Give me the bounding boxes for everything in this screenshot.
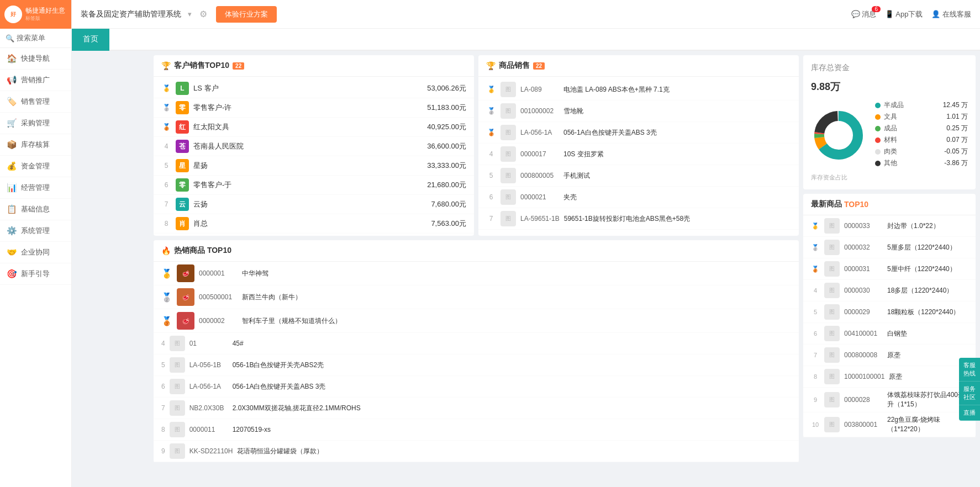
customer-amount: 21,680.00元: [427, 180, 466, 190]
sidebar-item-sales[interactable]: 🏷️ 销售管理: [0, 91, 71, 113]
app-icon: 📱: [885, 10, 894, 18]
donut-legend: 半成品 12.45 万 文具 1.01 万 成品 0.25 万: [875, 100, 968, 170]
main-area: 装备及固定资产辅助管理系统 ▾ ⚙ 体验行业方案 💬 消息 6 📱 App下载 …: [72, 0, 980, 487]
rank-num: 🥇: [161, 84, 171, 92]
customer-name: 零售客户-于: [193, 180, 423, 190]
sidebar: 好 畅捷通好生意 标签版 🔍 搜索菜单 🏠 快捷导航 📢 营销推广 🏷️ 销售管…: [0, 0, 72, 487]
table-row: 🥇 L LS 客户 53,006.26元: [154, 79, 474, 98]
basics-icon: 📋: [7, 204, 17, 214]
sidebar-item-inventory[interactable]: 📦 库存核算: [0, 134, 71, 156]
table-row: 🥇 图 LA-089 电池盖 LA-089 ABS本色+黑种 7.1克: [478, 79, 799, 100]
product-name: 18颗粒板（1220*2440）: [887, 308, 968, 317]
collab-icon: 🤝: [7, 247, 17, 257]
nav-tabs: 首页: [72, 29, 980, 51]
product-rank-list: 🥇 图 LA-089 电池盖 LA-089 ABS本色+黑种 7.1克 🥈 图 …: [478, 77, 799, 232]
rank-num: 🥈: [811, 244, 820, 251]
rank-num: 8: [161, 220, 171, 227]
inventory-value: 9.88: [811, 81, 830, 92]
sidebar-item-guide[interactable]: 🎯 新手引导: [0, 263, 71, 285]
legend-row: 肉类 -0.05 万: [875, 147, 968, 156]
tab-home[interactable]: 首页: [72, 29, 109, 51]
product-name: 59651-1B旋转投影灯电池盒ABS黑色+58壳: [564, 214, 791, 224]
table-row: 4 图 0000030 18多层（1220*2440）: [803, 280, 976, 301]
fire-icon: 🔥: [161, 246, 171, 255]
table-row: 8 图 0000011 12070519-xs: [154, 419, 799, 441]
newest-products-card: 最新商品 TOP10 🥇 图 0000033 封边带（1.0*22） 🥈 图 0…: [803, 194, 976, 437]
sidebar-item-system[interactable]: ⚙️ 系统管理: [0, 220, 71, 242]
table-row: 5 星 星扬 33,333.00元: [154, 156, 474, 176]
rank-num: 6: [161, 383, 165, 390]
product-ranking-header: 🏆 商品销售 22: [478, 55, 799, 77]
product-name: 花语萌恒温分罐罐袋（厚款）: [237, 447, 791, 456]
customer-amount: 7,680.00元: [431, 199, 466, 209]
operations-icon: 📊: [7, 183, 17, 193]
legend-value: -3.86 万: [944, 158, 968, 168]
table-row: 6 图 0000021 夹壳: [478, 187, 799, 208]
product-name: 22g鱼豆腐-烧烤味（1*12*20）: [887, 415, 968, 434]
customer-amount: 33,333.00元: [427, 161, 466, 171]
app-download-btn[interactable]: 📱 App下载: [885, 9, 923, 19]
product-name: 原垄: [887, 351, 968, 360]
legend-row: 其他 -3.86 万: [875, 158, 968, 168]
sidebar-item-marketing[interactable]: 📢 营销推广: [0, 70, 71, 91]
table-row: 🥈 图 001000002 雪地靴: [478, 100, 799, 122]
product-img: 🥩: [177, 312, 194, 330]
sidebar-item-finance[interactable]: 💰 资金管理: [0, 156, 71, 177]
product-code: 0000032: [844, 244, 883, 251]
cs-community-btn[interactable]: 服务社区: [959, 382, 980, 405]
customer-name: 星扬: [193, 161, 423, 171]
product-name: 新西兰牛肉（新牛）: [242, 293, 791, 302]
sidebar-item-collab[interactable]: 🤝 企业协同: [0, 242, 71, 263]
table-row: 8 图 10000100001 原垄: [803, 366, 976, 388]
middle-section: 🏆 客户销售TOP10 22 🥇 L LS 客户 53,006.26元: [149, 51, 803, 487]
table-row: 🥇 🥩 0000001 中华神驾: [154, 262, 799, 285]
legend-row: 半成品 12.45 万: [875, 100, 968, 110]
customer-service-btn[interactable]: 👤 在线客服: [931, 9, 971, 19]
newest-title: 最新商品: [811, 199, 842, 209]
avatar: 零: [176, 178, 189, 192]
table-row: 🥉 图 0000031 5厘中纤（1220*2440）: [803, 258, 976, 280]
newest-products-header: 最新商品 TOP10: [803, 194, 976, 215]
product-icon: 图: [500, 146, 516, 162]
rank-num: 🥈: [486, 107, 496, 115]
gear-icon[interactable]: ⚙: [199, 9, 207, 19]
sidebar-item-label: 企业协同: [21, 247, 50, 257]
sidebar-item-basics[interactable]: 📋 基础信息: [0, 199, 71, 220]
product-code: 0000028: [844, 396, 883, 404]
product-name: 夹壳: [563, 193, 791, 202]
logo-icon: 好: [4, 6, 22, 23]
customer-amount: 7,563.00元: [431, 219, 466, 229]
product-code: 000800005: [520, 172, 559, 179]
sidebar-search[interactable]: 🔍 搜索菜单: [0, 29, 71, 48]
cs-live-btn[interactable]: 直播: [959, 405, 980, 421]
rank-num: 🥉: [486, 129, 496, 136]
table-row: 7 图 LA-59651-1B 59651-1B旋转投影灯电池盒ABS黑色+58…: [478, 208, 799, 230]
product-icon: 图: [170, 443, 185, 459]
message-btn[interactable]: 💬 消息 6: [851, 9, 877, 19]
customer-amount: 53,006.26元: [427, 83, 466, 93]
trial-button[interactable]: 体验行业方案: [216, 6, 277, 23]
product-name: 电池盖 LA-089 ABS本色+黑种 7.1克: [563, 85, 791, 94]
legend-dot: [875, 161, 881, 166]
sidebar-item-label: 营销推广: [21, 75, 50, 85]
product-name: 手机测试: [563, 171, 791, 181]
dropdown-icon[interactable]: ▾: [188, 10, 192, 18]
donut-chart: [811, 108, 866, 163]
inventory-icon: 📦: [7, 140, 17, 150]
sidebar-item-operations[interactable]: 📊 经营管理: [0, 177, 71, 199]
cs-hotline-btn[interactable]: 客服热线: [959, 358, 980, 382]
product-name: 封边带（1.0*22）: [887, 221, 968, 231]
sidebar-item-label: 系统管理: [21, 226, 50, 236]
sidebar-item-label: 销售管理: [21, 97, 50, 107]
product-icon: 图: [500, 125, 516, 140]
customer-amount: 40,925.00元: [427, 122, 466, 132]
sidebar-item-purchase[interactable]: 🛒 采购管理: [0, 113, 71, 134]
product-name: 12070519-xs: [233, 426, 791, 433]
sidebar-item-label: 资金管理: [21, 161, 50, 171]
product-code: 0000029: [844, 308, 883, 316]
rank-num: 🥉: [161, 123, 171, 131]
product-name: 10S 变扭罗紧: [563, 150, 791, 159]
legend-row: 材料 0.07 万: [875, 135, 968, 145]
sidebar-item-home[interactable]: 🏠 快捷导航: [0, 48, 71, 70]
rank-num: 8: [161, 426, 165, 433]
